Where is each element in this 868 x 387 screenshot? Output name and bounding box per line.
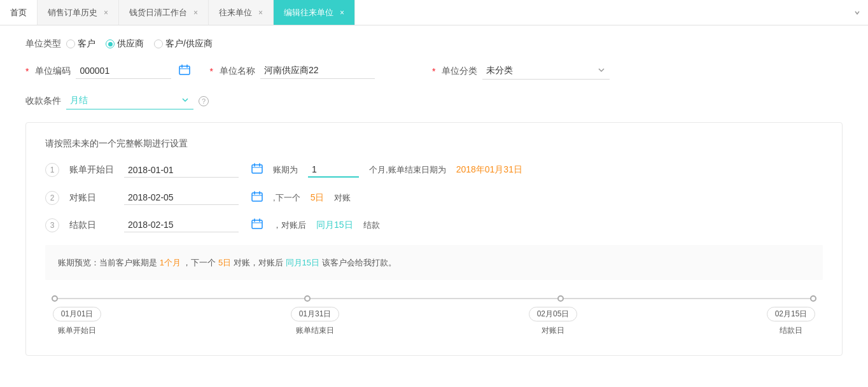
step-3-row: 3 结款日 ，对账后 同月15日 结款 [45, 218, 823, 232]
preview-middle1: ，下一个 [183, 258, 216, 267]
payment-label: 收款条件 [25, 95, 61, 107]
tab-edit-partner[interactable]: 编辑往来单位 × [274, 0, 355, 25]
tl-node-2: 01月31日 账单结束日 [290, 307, 340, 336]
unit-code-star: * [25, 66, 29, 76]
tab-bar: 首页 销售订单历史 × 钱货日清工作台 × 往来单位 × 编辑往来单位 × [0, 0, 868, 25]
tl-node-3: 02月05日 对账日 [528, 307, 578, 336]
step-2-label: 对账日 [69, 192, 114, 204]
timeline-labels: 01月01日 账单开始日 01月31日 账单结束日 02月05日 对账日 02月… [52, 307, 816, 336]
tab-sales-history-label: 销售订单历史 [48, 7, 97, 18]
radio-customer[interactable]: 客户 [66, 38, 95, 50]
step-3-desc-highlight: 同月15日 [316, 220, 353, 231]
step-3-desc-prefix: ，对账后 [273, 220, 306, 231]
svg-rect-8 [252, 193, 262, 201]
step-3-cal-icon[interactable] [251, 218, 263, 232]
radio-both-circle [154, 39, 163, 48]
unit-code-group: * 单位编码 [25, 63, 190, 79]
tl-sublabel-4: 结款日 [780, 325, 802, 336]
tl-badge-4: 02月15日 [767, 307, 816, 321]
inner-card: 请按照未来的一个完整帐期进行设置 1 账单开始日 账期为 个月,账单结束日期为 … [25, 122, 843, 356]
svg-rect-12 [252, 220, 262, 229]
unit-code-icon[interactable] [179, 64, 190, 78]
payment-group: 收款条件 月结 ? [25, 92, 209, 109]
radio-supplier[interactable]: 供应商 [106, 38, 144, 50]
unit-category-value: 未分类 [486, 65, 594, 76]
tl-dot-4 [810, 295, 816, 302]
tl-line-3 [564, 298, 810, 299]
step-2-row: 2 对账日 ,下一个 5日 对账 [45, 190, 823, 205]
step-2-desc-suffix: 对账 [334, 192, 351, 204]
radio-supplier-circle [106, 39, 115, 48]
preview-highlight1: 1个月 [160, 258, 181, 267]
step-1-date-input[interactable] [124, 163, 239, 178]
tl-badge-2: 01月31日 [291, 307, 340, 321]
tab-edit-partner-close[interactable]: × [340, 9, 344, 17]
preview-suffix: 该客户会给我打款。 [322, 258, 396, 267]
step-1-period-input[interactable] [308, 162, 359, 178]
step-1-label: 账单开始日 [69, 164, 114, 176]
radio-customer-label: 客户 [78, 38, 95, 50]
unit-name-label: 单位名称 [220, 66, 255, 77]
step-1-row: 1 账单开始日 账期为 个月,账单结束日期为 2018年01月31日 [45, 162, 823, 178]
preview-prefix: 账期预览：当前客户账期是 [58, 258, 157, 267]
tl-badge-3: 02月05日 [529, 307, 578, 321]
tl-node-1: 01月01日 账单开始日 [52, 307, 102, 336]
unit-code-input[interactable] [76, 63, 171, 79]
step-2-desc-prefix: ,下一个 [273, 192, 300, 204]
step-3-date-input[interactable] [124, 218, 239, 232]
unit-info-row: * 单位编码 * 单位名称 * 单位分类 未分类 [25, 62, 843, 80]
tab-home[interactable]: 首页 [0, 0, 38, 25]
step-1-period-label: 账期为 [273, 164, 298, 176]
payment-select[interactable]: 月结 [66, 92, 193, 109]
unit-name-input[interactable] [260, 63, 375, 79]
tab-sales-history[interactable]: 销售订单历史 × [38, 0, 119, 25]
unit-category-select[interactable]: 未分类 [482, 62, 610, 80]
preview-highlight2: 5日 [218, 258, 231, 267]
tab-partner-close[interactable]: × [258, 9, 263, 17]
tab-edit-partner-label: 编辑往来单位 [284, 7, 333, 18]
payment-row: 收款条件 月结 ? [25, 92, 843, 109]
tab-partner[interactable]: 往来单位 × [209, 0, 274, 25]
unit-type-label: 单位类型 [25, 38, 61, 50]
tab-cash-work-label: 钱货日清工作台 [129, 7, 187, 18]
step-3-label: 结款日 [69, 220, 114, 231]
step-1-period-unit: 个月,账单结束日期为 [369, 164, 446, 176]
unit-category-group: * 单位分类 未分类 [432, 62, 610, 80]
payment-arrow [181, 95, 190, 106]
tl-node-4: 02月15日 结款日 [766, 307, 816, 336]
unit-category-arrow [597, 66, 606, 76]
tl-sublabel-1: 账单开始日 [58, 325, 96, 336]
payment-help-icon[interactable]: ? [199, 96, 209, 106]
main-content: 单位类型 客户 供应商 客户/供应商 * 单位编码 [0, 25, 868, 387]
tab-partner-label: 往来单位 [219, 7, 252, 18]
tl-dot-3 [557, 295, 564, 302]
card-title: 请按照未来的一个完整帐期进行设置 [45, 138, 823, 150]
step-2-date-input[interactable] [124, 190, 239, 205]
step-3-number: 3 [45, 218, 59, 232]
tab-cash-work-close[interactable]: × [193, 9, 198, 17]
step-2-number: 2 [45, 191, 59, 205]
unit-type-row: 单位类型 客户 供应商 客户/供应商 [25, 38, 843, 50]
radio-both[interactable]: 客户/供应商 [154, 38, 213, 50]
tl-line-1 [58, 298, 304, 299]
svg-rect-4 [252, 165, 262, 173]
tl-dot-2 [304, 295, 311, 302]
unit-category-star: * [432, 66, 435, 76]
tab-cash-work[interactable]: 钱货日清工作台 × [119, 0, 209, 25]
unit-name-group: * 单位名称 [209, 63, 374, 79]
step-2-desc-highlight: 5日 [311, 192, 325, 204]
step-1-cal-icon[interactable] [251, 163, 263, 177]
radio-customer-circle [66, 39, 75, 48]
radio-supplier-label: 供应商 [117, 38, 144, 50]
step-2-cal-icon[interactable] [251, 191, 263, 205]
tl-badge-1: 01月01日 [53, 307, 102, 321]
step-1-period-highlight: 2018年01月31日 [456, 164, 522, 176]
tl-line-2 [311, 298, 557, 299]
step-3-desc-suffix: 结款 [363, 220, 380, 231]
unit-code-label: 单位编码 [35, 66, 71, 77]
radio-both-label: 客户/供应商 [165, 38, 213, 50]
tab-more-arrow[interactable] [846, 0, 868, 25]
tl-sublabel-3: 对账日 [542, 325, 564, 336]
payment-value: 月结 [70, 95, 178, 106]
tab-sales-history-close[interactable]: × [104, 9, 108, 17]
